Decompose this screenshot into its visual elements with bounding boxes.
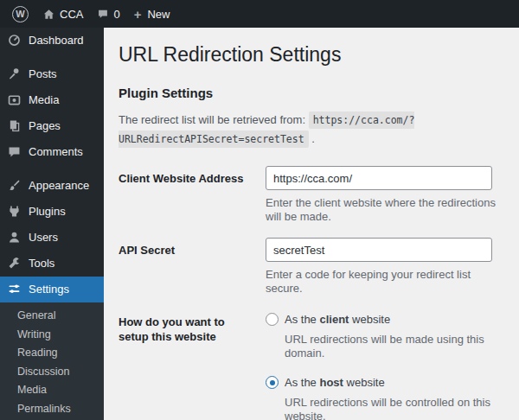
menu-separator: [0, 165, 104, 173]
host-website-radio-option[interactable]: As the host website: [266, 376, 502, 389]
client-option-bold: client: [319, 313, 349, 326]
sidebar-item-media[interactable]: Media: [0, 87, 104, 113]
new-content-button[interactable]: + New: [127, 0, 177, 28]
api-secret-field: Enter a code for keeping your redirect l…: [266, 238, 502, 296]
sidebar-item-label: Posts: [29, 68, 57, 80]
comments-icon: [7, 144, 22, 160]
sidebar-item-label: Dashboard: [29, 35, 84, 47]
submenu-item-media[interactable]: Media: [0, 381, 104, 400]
sidebar-item-settings[interactable]: Settings: [0, 277, 104, 302]
sidebar-item-posts[interactable]: Posts: [0, 61, 104, 87]
page-title: URL Redirection Settings: [119, 43, 502, 67]
api-secret-input[interactable]: [266, 238, 492, 262]
user-icon: [7, 230, 22, 245]
wordpress-menu-button[interactable]: W: [5, 0, 35, 28]
client-website-radio-option[interactable]: As the client website: [266, 313, 502, 326]
site-name-link[interactable]: CCA: [35, 0, 90, 28]
brush-icon: [7, 178, 22, 194]
client-option-description: URL redirections will be made using this…: [285, 333, 502, 360]
site-name-label: CCA: [60, 8, 83, 21]
retrieve-info-line: The redirect list will be retrieved from…: [119, 111, 502, 149]
sidebar-item-label: Comments: [29, 146, 83, 158]
api-secret-description: Enter a code for keeping your redirect l…: [266, 268, 502, 296]
admin-bar: W CCA 0 + New: [0, 0, 519, 28]
client-website-row: Client Website Address Enter the client …: [119, 166, 502, 224]
home-icon: [42, 8, 55, 21]
sidebar-item-plugins[interactable]: Plugins: [0, 199, 104, 225]
comments-count: 0: [113, 8, 119, 21]
api-secret-label: API Secret: [119, 238, 266, 258]
plugin-icon: [7, 204, 22, 220]
radio-checked-icon[interactable]: [266, 376, 279, 389]
admin-sidebar: Dashboard Posts Media Pages Comments App…: [0, 28, 104, 420]
sidebar-item-label: Appearance: [29, 180, 89, 192]
sidebar-item-label: Pages: [29, 120, 61, 132]
setup-mode-label: How do you want to setup this website: [119, 309, 266, 344]
pin-icon: [7, 67, 22, 82]
sidebar-item-appearance[interactable]: Appearance: [0, 173, 104, 199]
host-option-post: website: [343, 376, 385, 389]
submenu-item-discussion[interactable]: Discussion: [0, 363, 104, 382]
retrieve-suffix: .: [311, 132, 315, 145]
sidebar-item-pages[interactable]: Pages: [0, 113, 104, 139]
sidebar-item-comments[interactable]: Comments: [0, 139, 104, 165]
host-option-description: URL redirections will be controlled on t…: [285, 396, 502, 420]
sidebar-item-dashboard[interactable]: Dashboard: [0, 28, 104, 54]
menu-separator: [0, 54, 104, 61]
sidebar-item-label: Settings: [29, 283, 69, 296]
setup-mode-row: How do you want to setup this website As…: [119, 309, 502, 420]
new-label: New: [147, 8, 170, 21]
retrieve-prefix: The redirect list will be retrieved from…: [119, 113, 305, 126]
submenu-item-writing[interactable]: Writing: [0, 326, 104, 345]
sidebar-item-label: Plugins: [29, 206, 66, 218]
camera-icon: [7, 92, 22, 108]
dashboard-icon: [7, 33, 22, 48]
radio-unchecked-icon[interactable]: [266, 313, 279, 326]
sidebar-item-tools[interactable]: Tools: [0, 251, 104, 277]
sidebar-item-users[interactable]: Users: [0, 225, 104, 251]
settings-submenu: General Writing Reading Discussion Media…: [0, 302, 104, 420]
submenu-item-reading[interactable]: Reading: [0, 344, 104, 363]
pages-icon: [7, 118, 22, 134]
client-option-post: website: [349, 313, 390, 326]
sidebar-item-label: Users: [29, 232, 58, 244]
host-option-bold: host: [319, 376, 343, 389]
wordpress-logo-icon: W: [12, 6, 29, 22]
comments-admin-button[interactable]: 0: [90, 0, 126, 28]
plus-icon: +: [134, 7, 142, 22]
client-option-label: As the client website: [285, 313, 390, 326]
client-website-label: Client Website Address: [119, 166, 266, 186]
client-website-description: Enter the client website where the redir…: [266, 196, 502, 224]
submenu-item-permalinks[interactable]: Permalinks: [0, 400, 104, 419]
submenu-item-general[interactable]: General: [0, 307, 104, 326]
client-option-pre: As the: [285, 313, 319, 326]
wrench-icon: [7, 256, 22, 271]
sidebar-item-label: Tools: [29, 258, 54, 270]
client-website-field: Enter the client website where the redir…: [266, 166, 502, 224]
client-website-input[interactable]: [266, 166, 492, 190]
section-title: Plugin Settings: [119, 86, 502, 100]
setup-mode-field: As the client website URL redirections w…: [266, 309, 502, 420]
main-content: URL Redirection Settings Plugin Settings…: [104, 28, 519, 420]
comment-bubble-icon: [97, 8, 109, 20]
settings-sliders-icon: [7, 282, 22, 297]
api-secret-row: API Secret Enter a code for keeping your…: [119, 238, 502, 296]
sidebar-item-label: Media: [29, 94, 59, 106]
host-option-pre: As the: [285, 376, 319, 389]
host-option-label: As the host website: [285, 376, 385, 389]
